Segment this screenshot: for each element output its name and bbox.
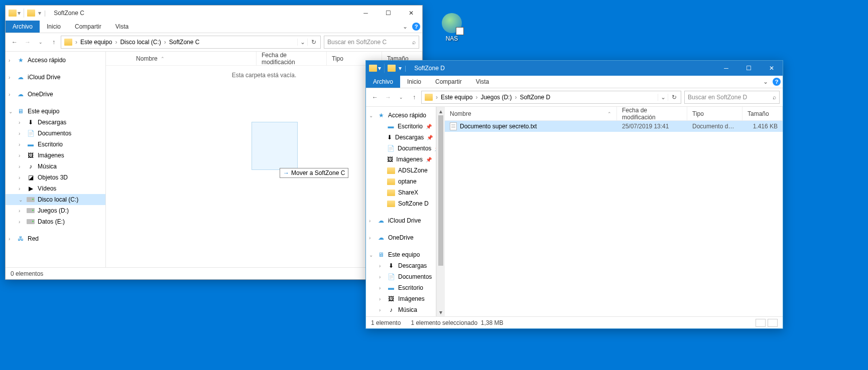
search-input[interactable]: Buscar en SoftZone C ⌕ xyxy=(324,36,419,49)
search-input[interactable]: Buscar en SoftZone D ⌕ xyxy=(684,91,780,104)
close-button[interactable]: ✕ xyxy=(400,6,422,21)
sidebar-item-games-d[interactable]: ›Juegos (D:) xyxy=(6,205,105,216)
scrollbar-thumb[interactable] xyxy=(438,115,443,266)
qat-button[interactable]: ▾ xyxy=(18,10,21,17)
sidebar-item-documents[interactable]: ›📄Documentos xyxy=(6,128,105,139)
minimize-button[interactable]: ─ xyxy=(715,61,737,76)
view-icons-button[interactable] xyxy=(768,319,778,327)
sidebar-item-desktop[interactable]: ▬Escritorio📌 xyxy=(366,121,436,132)
tab-view[interactable]: Vista xyxy=(108,21,136,33)
sidebar-item-softzoned[interactable]: SoftZone D xyxy=(366,198,436,209)
column-type[interactable]: Tipo xyxy=(687,107,742,120)
sidebar-item-quick-access[interactable]: ›★Acceso rápido xyxy=(6,55,105,66)
sidebar-item-videos[interactable]: ›▶Vídeos xyxy=(6,183,105,194)
titlebar[interactable]: ▾ ▾ | SoftZone D ─ ☐ ✕ xyxy=(366,61,783,76)
help-button[interactable]: ? xyxy=(410,21,422,33)
tab-view[interactable]: Vista xyxy=(469,76,496,88)
ribbon-expand-button[interactable]: ⌄ xyxy=(761,76,771,88)
breadcrumb[interactable]: SoftZone D xyxy=(518,94,552,101)
sidebar-item-data-e[interactable]: ›Datos (E:) xyxy=(6,216,105,227)
sidebar-item-desktop[interactable]: ›▬Escritorio xyxy=(366,282,436,293)
recent-button[interactable]: ⌄ xyxy=(35,36,47,48)
column-name[interactable]: Nombre⌃ xyxy=(445,107,617,120)
chevron-right-icon[interactable]: › xyxy=(474,94,478,101)
close-button[interactable]: ✕ xyxy=(760,61,783,76)
maximize-button[interactable]: ☐ xyxy=(377,6,400,21)
breadcrumb[interactable]: Disco local (C:) xyxy=(118,39,163,46)
scroll-up-button[interactable]: ▴ xyxy=(437,107,445,115)
titlebar[interactable]: ▾ ▾ | SoftZone C ─ ☐ ✕ xyxy=(6,6,422,21)
sidebar-item-sharex[interactable]: ShareX xyxy=(366,187,436,198)
chevron-right-icon[interactable]: › xyxy=(74,39,78,46)
column-size[interactable]: Tamaño xyxy=(742,107,783,120)
sidebar-item-images[interactable]: ›🖼Imágenes xyxy=(366,293,436,304)
sidebar-item-music[interactable]: ›♪Música xyxy=(366,304,436,315)
forward-button[interactable]: → xyxy=(22,36,34,48)
qat-button[interactable]: ▾ xyxy=(378,65,381,72)
desktop-shortcut-nas[interactable]: NAS xyxy=(433,13,471,42)
sidebar-item-disk-c[interactable]: ⌄Disco local (C:) xyxy=(6,194,105,205)
sidebar-item-documents[interactable]: 📄Documentos📌 xyxy=(366,143,436,154)
qat-dropdown[interactable]: ▾ xyxy=(399,65,402,72)
sidebar-scrollbar[interactable]: ▴ ▾ xyxy=(436,107,445,316)
column-date[interactable]: Fecha de modificación xyxy=(257,52,327,65)
address-bar[interactable]: › Este equipo › Disco local (C:) › SoftZ… xyxy=(61,36,321,49)
sidebar-item-onedrive[interactable]: ›☁OneDrive xyxy=(366,232,436,243)
sidebar-item-adslzone[interactable]: ADSLZone xyxy=(366,165,436,176)
chevron-right-icon[interactable]: › xyxy=(435,94,439,101)
back-button[interactable]: ← xyxy=(369,91,381,103)
maximize-button[interactable]: ☐ xyxy=(737,61,760,76)
up-button[interactable]: ↑ xyxy=(408,91,420,103)
refresh-button[interactable]: ↻ xyxy=(307,39,319,46)
forward-button[interactable]: → xyxy=(382,91,394,103)
sidebar-item-icloud[interactable]: ›☁iCloud Drive xyxy=(6,72,105,83)
sidebar-item-optane[interactable]: optane xyxy=(366,176,436,187)
scroll-down-button[interactable]: ▾ xyxy=(437,308,445,316)
sidebar-item-music[interactable]: ›♪Música xyxy=(6,161,105,172)
chevron-right-icon[interactable]: › xyxy=(163,39,167,46)
sidebar-item-downloads[interactable]: ›⬇Descargas xyxy=(366,260,436,271)
chevron-right-icon[interactable]: › xyxy=(514,94,518,101)
file-row[interactable]: Documento super secreto.txt 25/07/2019 1… xyxy=(445,121,783,132)
tab-file[interactable]: Archivo xyxy=(6,21,40,33)
sidebar-item-images[interactable]: ›🖼Imágenes xyxy=(6,150,105,161)
sidebar-item-3d-objects[interactable]: ›◪Objetos 3D xyxy=(366,315,436,316)
ribbon-expand-button[interactable]: ⌄ xyxy=(400,21,410,33)
column-name[interactable]: Nombre⌃ xyxy=(106,52,257,65)
sidebar-item-network[interactable]: ›🖧Red xyxy=(6,233,105,244)
up-button[interactable]: ↑ xyxy=(48,36,60,48)
qat-dropdown[interactable]: ▾ xyxy=(38,10,41,17)
tab-home[interactable]: Inicio xyxy=(40,21,68,33)
tab-home[interactable]: Inicio xyxy=(400,76,428,88)
search-placeholder: Buscar en SoftZone C xyxy=(327,39,387,46)
minimize-button[interactable]: ─ xyxy=(354,6,377,21)
address-bar[interactable]: › Este equipo › Juegos (D:) › SoftZone D… xyxy=(421,91,681,104)
sidebar-item-downloads[interactable]: ⬇Descargas📌 xyxy=(366,132,436,143)
sidebar-item-desktop[interactable]: ›▬Escritorio xyxy=(6,139,105,150)
sidebar-item-quick-access[interactable]: ⌄★Acceso rápido xyxy=(366,110,436,121)
breadcrumb[interactable]: Juegos (D:) xyxy=(478,94,514,101)
help-button[interactable]: ? xyxy=(771,76,783,88)
address-dropdown[interactable]: ⌄ xyxy=(297,39,307,46)
sidebar-item-3d-objects[interactable]: ›◪Objetos 3D xyxy=(6,172,105,183)
sidebar-item-onedrive[interactable]: ›☁OneDrive xyxy=(6,89,105,100)
refresh-button[interactable]: ↻ xyxy=(668,94,680,101)
sidebar-item-this-pc[interactable]: ⌄🖥Este equipo xyxy=(366,249,436,260)
tab-share[interactable]: Compartir xyxy=(428,76,469,88)
sidebar-item-icloud[interactable]: ›☁iCloud Drive xyxy=(366,215,436,226)
column-date[interactable]: Fecha de modificación xyxy=(617,107,687,120)
address-dropdown[interactable]: ⌄ xyxy=(658,94,668,101)
recent-button[interactable]: ⌄ xyxy=(395,91,407,103)
sidebar-item-images[interactable]: 🖼Imágenes📌 xyxy=(366,154,436,165)
back-button[interactable]: ← xyxy=(9,36,21,48)
breadcrumb[interactable]: SoftZone C xyxy=(167,39,202,46)
sidebar-item-documents[interactable]: ›📄Documentos xyxy=(366,271,436,282)
breadcrumb[interactable]: Este equipo xyxy=(78,39,114,46)
tab-file[interactable]: Archivo xyxy=(366,76,400,88)
tab-share[interactable]: Compartir xyxy=(68,21,108,33)
breadcrumb[interactable]: Este equipo xyxy=(439,94,474,101)
sidebar-item-this-pc[interactable]: ⌄🖥Este equipo xyxy=(6,106,105,117)
view-details-button[interactable] xyxy=(756,319,766,327)
sidebar-item-downloads[interactable]: ›⬇Descargas xyxy=(6,117,105,128)
chevron-right-icon[interactable]: › xyxy=(114,39,118,46)
